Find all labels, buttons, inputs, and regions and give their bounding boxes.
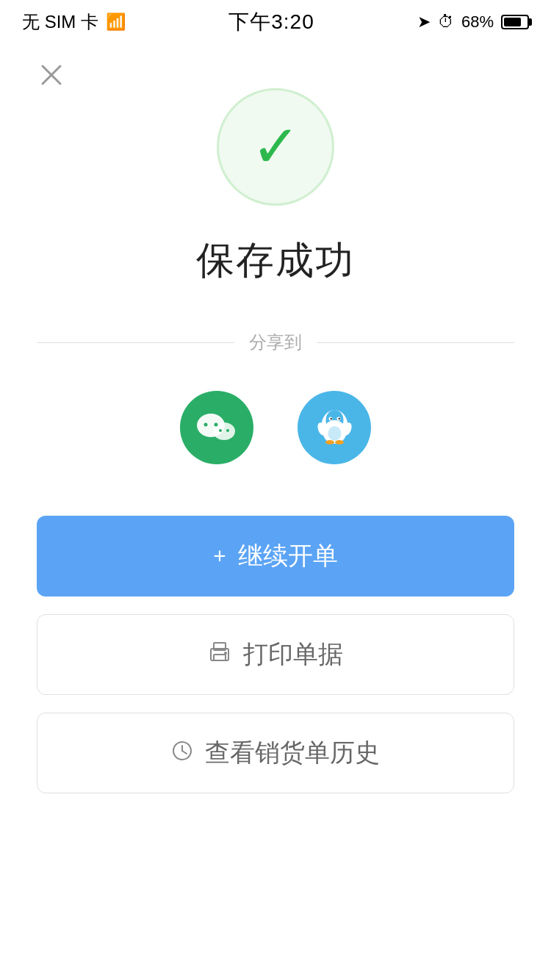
- print-button[interactable]: 打印单据: [37, 614, 514, 695]
- svg-point-7: [226, 429, 229, 432]
- success-icon-circle: ✓: [217, 88, 334, 206]
- continue-button[interactable]: + 继续开单: [37, 516, 514, 597]
- wechat-share-button[interactable]: [180, 391, 253, 464]
- continue-label: 继续开单: [238, 539, 338, 573]
- svg-point-16: [328, 426, 341, 441]
- svg-point-4: [204, 423, 208, 427]
- checkmark-icon: ✓: [251, 118, 300, 176]
- status-time: 下午3:20: [228, 8, 314, 36]
- svg-rect-23: [214, 655, 226, 660]
- svg-line-27: [182, 751, 187, 754]
- divider-line-left: [37, 342, 234, 343]
- no-sim-label: 无 SIM 卡: [22, 10, 98, 34]
- svg-point-18: [335, 440, 344, 444]
- share-icons: [180, 391, 371, 464]
- svg-point-5: [215, 423, 218, 427]
- share-label: 分享到: [234, 331, 317, 354]
- divider-line-right: [317, 342, 514, 343]
- clock-icon: [171, 740, 193, 767]
- success-title: 保存成功: [196, 235, 355, 287]
- status-right: ➤ ⏱ 68%: [417, 12, 529, 32]
- svg-point-24: [224, 652, 227, 655]
- alarm-icon: ⏱: [438, 12, 454, 32]
- plus-icon: +: [213, 544, 226, 569]
- battery-percent: 68%: [461, 12, 494, 32]
- main-content: ✓ 保存成功 分享到: [0, 44, 551, 793]
- history-label: 查看销货单历史: [205, 736, 380, 770]
- close-button[interactable]: [29, 53, 73, 97]
- action-buttons: + 继续开单 打印单据: [0, 516, 551, 793]
- history-button[interactable]: 查看销货单历史: [37, 713, 514, 793]
- svg-point-17: [325, 440, 334, 444]
- svg-point-12: [330, 418, 331, 419]
- print-label: 打印单据: [243, 638, 343, 671]
- status-bar: 无 SIM 卡 📶 下午3:20 ➤ ⏱ 68%: [0, 0, 551, 44]
- share-divider: 分享到: [0, 331, 551, 354]
- svg-point-13: [338, 418, 339, 419]
- location-icon: ➤: [417, 12, 431, 32]
- status-left: 无 SIM 卡 📶: [22, 10, 126, 34]
- svg-point-6: [219, 429, 222, 432]
- wifi-icon: 📶: [106, 12, 126, 32]
- battery-icon: [501, 15, 529, 29]
- qq-share-button[interactable]: [298, 391, 371, 464]
- print-icon: [208, 641, 231, 669]
